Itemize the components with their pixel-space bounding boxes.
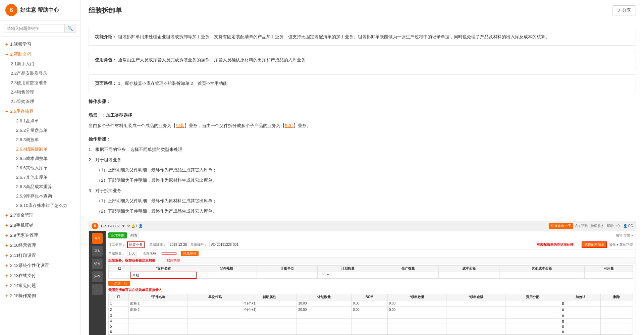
- sidebar-item-2-5[interactable]: 2.5采购管理: [0, 97, 80, 106]
- mock-type-label: 加工类型：: [108, 242, 125, 247]
- mock-th-parent-spec: 父件规格: [196, 265, 257, 272]
- mock-bottom-bar: + 添加一行: [106, 280, 636, 286]
- mock-btable-row1: 1 面粉 1 个(个+1) 10.00 0.00 0.00: [109, 300, 633, 306]
- mock-body: 首页 采购 销售 库存 … 新增单据 列表: [89, 231, 636, 335]
- app-logo: 6: [5, 4, 17, 16]
- sidebar-item-2-3[interactable]: 2.3使用前数据准备: [0, 78, 80, 88]
- mock-btable-row6: 6: [109, 329, 633, 334]
- sidebar-item-docs[interactable]: − 2.帮助文档: [0, 49, 80, 59]
- mock-select-bom-btn: 选择配料清单: [582, 241, 607, 248]
- sidebar-item-2-11[interactable]: + 2.11打印设置: [0, 250, 80, 261]
- mock-bottom-table-container: 无固定清单可以在组装单里直接录入 ☐ *子件名称 单位代码 辅助属性: [106, 286, 636, 335]
- expand-icon: +: [5, 223, 8, 228]
- main-content-area: 组装拆卸单 ↗ 分享 功能介绍： 组装拆卸单用来处理企业组装或拆卸等加工业务，支…: [80, 0, 644, 335]
- sidebar-item-2-6-4[interactable]: 2.6.4组装拆卸单: [0, 145, 80, 154]
- mock-add-row-btn: + 添加一行: [108, 281, 130, 286]
- search-button[interactable]: 🔍: [65, 24, 76, 33]
- mock-arrow: →: [576, 243, 580, 246]
- sidebar-item-2-6[interactable]: − 2.6库存核算: [0, 106, 80, 116]
- mock-icons: ⚙ 🔔 ℹ 👤: [127, 224, 142, 228]
- mock-th-cost: 成本金额: [439, 265, 499, 272]
- step-3-1: （1）上部明细为父件明细，最终作为原材料生成其它出库单；: [89, 197, 636, 205]
- sidebar-item-video[interactable]: + 1.视频学习: [0, 39, 80, 49]
- function-intro-text: 组装拆卸单用来处理企业组装或拆卸等加工业务，支持有固定装配清单的产品加工业务，也…: [118, 34, 550, 39]
- mock-sidebar-icon1: 首页: [92, 233, 103, 244]
- sidebar-item-2-6-8[interactable]: 2.6.8商品成本重算: [0, 182, 80, 191]
- mock-main: 新增单据 列表 编辑 导出 ▾ 加工类型： 组装业务 单据日期： 2019-12…: [106, 231, 636, 335]
- sidebar-item-2-10[interactable]: + 2.10经营管理: [0, 240, 80, 250]
- mock-logo: 6: [92, 223, 98, 229]
- sidebar-item-2-7[interactable]: + 2.7资金管理: [0, 210, 80, 220]
- function-intro-label: 功能介绍：: [95, 34, 117, 39]
- sidebar-item-2-8[interactable]: + 2.8手机旺铺: [0, 220, 80, 230]
- search-input[interactable]: [4, 24, 65, 33]
- mock-bth-plan-qty: 计划数量: [297, 294, 352, 300]
- sidebar-item-2-6-7[interactable]: 2.6.7其他出库单: [0, 173, 80, 182]
- path-label: 页面路径：: [95, 81, 117, 86]
- mock-td-plan: 1.00 个: [317, 272, 378, 279]
- sidebar-item-2-6-1[interactable]: 2.6.1盘点单: [0, 116, 80, 126]
- sidebar-item-2-6-5[interactable]: 2.6.5成本调整单: [0, 154, 80, 163]
- mock-sub-num-value: 1.00: [127, 251, 137, 256]
- sidebar-item-2-2[interactable]: 2.2产品安装及登录: [0, 69, 80, 78]
- nav-tree: + 1.视频学习 − 2.帮助文档 2.1新手入门 2.2产品安装及登录 2.3…: [0, 37, 80, 335]
- mock-tab-list: 列表: [128, 232, 139, 238]
- mock-top-table-container: ☐ *父件名称 父件规格 计量单位 计划数量 生产数量 成本金额 其他成本金额: [106, 264, 636, 280]
- mock-warehouse: [162, 253, 176, 255]
- step-2-1: （1）上部明细为父件明细，最终作为产成品生成其它入库单；: [89, 166, 636, 174]
- mock-th-avail: 可用量: [585, 265, 633, 272]
- sidebar-item-2-13[interactable]: + 2.13在线支付: [0, 271, 80, 281]
- mock-top-table: ☐ *父件名称 父件规格 计量单位 计划数量 生产数量 成本金额 其他成本金额: [108, 265, 633, 279]
- sidebar-item-2-12[interactable]: + 2.12系统个性化设置: [0, 261, 80, 271]
- sidebar-item-2-6-2[interactable]: 2.6.2分量盘点单: [0, 126, 80, 135]
- mock-td-avail: [585, 272, 633, 279]
- mock-bth-unit-code: 单位代码: [187, 294, 242, 300]
- sidebar-item-label: 2.帮助文档: [10, 51, 31, 57]
- step-3: 3、对于拆卸业务: [89, 187, 636, 195]
- sidebar-item-label: 2.10经营管理: [10, 242, 36, 248]
- sidebar-item-2-4[interactable]: 2.4销售管理: [0, 88, 80, 97]
- expand-icon: +: [5, 233, 8, 238]
- sidebar-item-2-9[interactable]: + 2.9优惠券管理: [0, 230, 80, 240]
- collapse-icon-2-6: −: [5, 109, 8, 114]
- share-icon: ↗: [617, 8, 621, 13]
- sidebar-item-label: 2.6库存核算: [10, 108, 34, 114]
- role-block: 使用角色： 通常由生产人员或库管人员完成拆装业务的操作，库管人员确认原材料的出库…: [89, 51, 636, 69]
- page-title: 组装拆卸单: [89, 6, 122, 15]
- sidebar-item-2-6-9[interactable]: 2.6.9库存账本查询: [0, 191, 80, 201]
- mock-th-prod-qty: 生产数量: [378, 265, 439, 272]
- sidebar-item-label: 2.12系统个性化设置: [10, 263, 49, 269]
- sidebar-item-2-6-3[interactable]: 2.6.3调拨单: [0, 135, 80, 145]
- mock-left-sidebar: 首页 采购 销售 库存 …: [89, 231, 106, 335]
- mock-bth-pick-amount: *领料金额: [446, 294, 505, 300]
- mock-annot2-type: 启用功能: [167, 258, 180, 263]
- mock-toolbar-icons: 编辑 导出 ▾: [616, 233, 633, 238]
- mock-btable-row5: 5: [109, 324, 633, 329]
- mock-dropdown-icon: ▼: [121, 224, 125, 228]
- path-block: 页面路径： 1、库存核算->库存管理->组装拆卸单 2、首页->常用功能: [89, 74, 636, 92]
- share-button[interactable]: ↗ 分享: [612, 5, 636, 15]
- sidebar-item-2-15[interactable]: + 2.15操作案例: [0, 291, 80, 301]
- sidebar-item-2-14[interactable]: + 2.14常见问题: [0, 281, 80, 291]
- mock-btable-row4: 4: [109, 318, 633, 324]
- mock-topbar: 6 TEST-H002 ▼ ⚙ 🔔 ℹ 👤 切换账套一下 App下载 验证服务 …: [89, 221, 636, 231]
- scenario-desc: 当由多个子件材料组装成一个成品的业务为【组装】业务，当由一个父件拆分成多个子产品…: [89, 122, 636, 130]
- mock-menu-icons: App下载 验证服务 帮助中心 👤 CC: [575, 224, 633, 228]
- role-text: 通常由生产人员或库管人员完成拆装业务的操作，库管人员确认原材料的出库和产成品的入…: [118, 57, 306, 62]
- path-text: 1、库存核算->库存管理->组装拆卸单 2、首页->常用功能: [118, 81, 228, 86]
- app-title: 好生意 帮助中心: [20, 7, 59, 14]
- mock-sub-num-label: 单据数量：: [108, 251, 125, 256]
- expand-icon: +: [5, 42, 8, 47]
- operation-steps-label: 操作步骤：: [89, 98, 636, 106]
- sidebar-item-label: 2.14常见问题: [10, 283, 36, 289]
- mock-btable-row3: 3: [109, 313, 633, 318]
- mock-sidebar-icon5: …: [92, 284, 103, 295]
- sidebar-item-2-6-6[interactable]: 2.6.6其他入库单: [0, 163, 80, 173]
- operation-steps-section: 操作步骤：: [89, 98, 636, 106]
- sidebar-item-2-6-10[interactable]: 2.6.10库存账本错了怎么办: [0, 201, 80, 210]
- sidebar-item-2-1[interactable]: 2.1新手入门: [0, 59, 80, 69]
- mock-annot1-text: 有装配清单的在这里处理: [537, 242, 574, 247]
- sidebar-item-label: 2.13在线支付: [10, 273, 36, 279]
- sidebar-item-label: 2.8手机旺铺: [10, 222, 34, 228]
- mock-sub-label2: 仓库名称：: [143, 251, 160, 256]
